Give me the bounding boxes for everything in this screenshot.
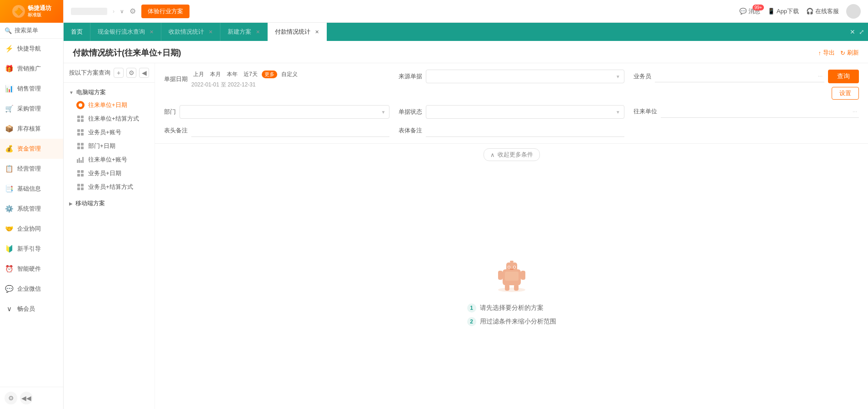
scheme-item-staff-settle-icon: [76, 183, 85, 191]
sidebar-item-wechat[interactable]: 💬 企业微信: [0, 279, 63, 299]
source-select[interactable]: ▼: [426, 70, 624, 83]
tab-bank-flow-close[interactable]: ✕: [150, 29, 154, 35]
add-scheme-icon[interactable]: +: [114, 68, 124, 78]
breadcrumb-chevron[interactable]: ∨: [120, 8, 124, 15]
empty-illustration: [489, 249, 534, 294]
scheme-group-desktop-header[interactable]: ▼ 电脑端方案: [64, 86, 155, 98]
vendor-dots[interactable]: ···: [853, 108, 857, 115]
basic-info-icon: 📑: [5, 184, 14, 193]
download-icon: 📱: [768, 8, 775, 15]
tab-receipt-stats[interactable]: 收款情况统计 ✕: [161, 23, 220, 41]
search-icon: 🔍: [5, 27, 12, 34]
dept-select[interactable]: ▼: [180, 105, 389, 119]
scheme-item-vendor-settle-icon: [76, 115, 85, 123]
tab-receipt-stats-close[interactable]: ✕: [209, 29, 213, 35]
date-this-year[interactable]: 本年: [225, 70, 239, 79]
svg-rect-13: [514, 284, 519, 291]
tab-fullscreen-icon[interactable]: ⤢: [859, 28, 864, 35]
filter-status-field: 单据状态 ▼: [399, 105, 624, 119]
filter-panel: 单据日期 上月 本月 本年 近7天 更多 自定义: [155, 63, 868, 409]
app-download-btn[interactable]: 📱 App下载: [768, 7, 799, 15]
sidebar: 🔶 畅捷通坊 标准版 🔍 搜索菜单 ⚡ 快捷导航 🎁 营销推广 📊 销售管理 🛒…: [0, 0, 64, 409]
collapse-conditions-btn[interactable]: ∧ 收起更多条件: [484, 148, 540, 161]
empty-tips: 1 请先选择要分析的方案 2 用过滤条件来缩小分析范围: [467, 303, 556, 326]
sidebar-item-sales[interactable]: 📊 销售管理: [0, 79, 63, 99]
staff-dots[interactable]: ···: [818, 73, 823, 79]
query-btn[interactable]: 查询: [828, 70, 859, 83]
top-navbar: › ∨ ⚙ 体验行业方案 💬 消息 99+ 📱 App下载 🎧 在线客服: [64, 0, 868, 23]
filter-dept-field: 部门 ▼: [164, 105, 389, 119]
filter-action-buttons: 查询 设置: [828, 70, 859, 100]
scheme-item-staff-account[interactable]: 业务员+账号: [64, 126, 155, 139]
dept-select-arrow: ▼: [381, 110, 385, 115]
scheme-item-vendor-account-icon: [76, 156, 85, 164]
sidebar-item-basic-info[interactable]: 📑 基础信息: [0, 179, 63, 199]
sidebar-item-guide[interactable]: 🔰 新手引导: [0, 239, 63, 259]
date-last-month[interactable]: 上月: [191, 70, 206, 79]
enterprise-icon: 🤝: [5, 224, 14, 233]
refresh-btn[interactable]: ↻ 刷新: [840, 49, 859, 57]
scheme-item-vendor-settle[interactable]: 往来单位+结算方式: [64, 112, 155, 126]
breadcrumb-text: [71, 8, 107, 15]
filter-row-1: 单据日期 上月 本月 本年 近7天 更多 自定义: [164, 70, 859, 100]
tab-home[interactable]: 首页: [64, 23, 90, 41]
messages-btn[interactable]: 💬 消息 99+: [739, 7, 760, 15]
scheme-item-vendor-date[interactable]: 往来单位+日期: [64, 98, 155, 112]
settings-bottom-icon[interactable]: ⚙: [5, 392, 17, 404]
try-industry-btn[interactable]: 体验行业方案: [141, 5, 190, 18]
scheme-item-vendor-account[interactable]: 往来单位+账号: [64, 153, 155, 167]
scheme-settings-icon[interactable]: ⚙: [126, 68, 136, 78]
collapse-sidebar-icon[interactable]: ◀◀: [20, 392, 33, 404]
purchase-icon: 🛒: [5, 104, 14, 113]
page-header-actions: ↑ 导出 ↻ 刷新: [818, 49, 859, 57]
date-7days[interactable]: 近7天: [242, 70, 259, 79]
sidebar-item-finance[interactable]: 💰 资金管理: [0, 139, 63, 159]
status-select[interactable]: ▼: [426, 105, 624, 119]
scheme-item-staff-account-icon: [76, 128, 85, 136]
date-custom[interactable]: 自定义: [279, 70, 299, 79]
tab-close-all-icon[interactable]: ✕: [850, 28, 855, 35]
refresh-icon: ↻: [840, 50, 845, 56]
sidebar-item-marketing[interactable]: 🎁 营销推广: [0, 59, 63, 79]
filter-date-field: 单据日期 上月 本月 本年 近7天 更多 自定义: [164, 70, 389, 89]
tab-new-scheme-close[interactable]: ✕: [256, 29, 260, 35]
scheme-item-dept-date[interactable]: 部门+日期: [64, 139, 155, 153]
desktop-group-arrow: ▼: [69, 90, 74, 95]
date-more-btn[interactable]: 更多: [262, 71, 277, 78]
sidebar-item-inventory[interactable]: 📦 库存核算: [0, 119, 63, 139]
filter-vendor-field: 往来单位 ···: [634, 105, 859, 118]
sidebar-item-member[interactable]: ∨ 畅会员: [0, 299, 63, 319]
scheme-collapse-icon[interactable]: ◀: [139, 68, 149, 78]
scheme-group-mobile-header[interactable]: ▶ 移动端方案: [64, 197, 155, 209]
collapse-arrow-icon: ∧: [490, 151, 495, 158]
user-avatar[interactable]: [846, 4, 861, 19]
page-title: 付款情况统计(往来单位+日期): [73, 47, 181, 58]
tab-payment-stats-close[interactable]: ✕: [315, 29, 319, 35]
tab-new-scheme[interactable]: 新建方案 ✕: [220, 23, 268, 41]
logo-icon: 🔶: [12, 5, 25, 18]
filter-settings-btn[interactable]: 设置: [832, 87, 859, 100]
scheme-item-staff-date[interactable]: 业务员+日期: [64, 167, 155, 180]
sales-icon: 📊: [5, 84, 14, 93]
sidebar-item-enterprise[interactable]: 🤝 企业协同: [0, 219, 63, 239]
hardware-icon: ⏰: [5, 264, 14, 273]
sidebar-search[interactable]: 🔍 搜索菜单: [0, 23, 63, 39]
sidebar-item-purchase[interactable]: 🛒 采购管理: [0, 99, 63, 119]
date-this-month[interactable]: 本月: [208, 70, 223, 79]
source-select-arrow: ▼: [616, 74, 620, 79]
tab-bank-flow[interactable]: 现金银行流水查询 ✕: [90, 23, 161, 41]
sidebar-item-quick-nav[interactable]: ⚡ 快捷导航: [0, 39, 63, 59]
filter-source-field: 来源单据 ▼: [399, 70, 624, 83]
sidebar-item-system[interactable]: ⚙️ 系统管理: [0, 199, 63, 219]
quick-nav-icon: ⚡: [5, 44, 14, 53]
empty-state: 1 请先选择要分析的方案 2 用过滤条件来缩小分析范围: [155, 166, 868, 409]
tab-payment-stats[interactable]: 付款情况统计 ✕: [268, 23, 327, 41]
sidebar-item-operations[interactable]: 📋 经营管理: [0, 159, 63, 179]
scheme-item-staff-settle[interactable]: 业务员+结算方式: [64, 180, 155, 194]
online-service-btn[interactable]: 🎧 在线客服: [806, 7, 839, 15]
svg-rect-2: [505, 272, 519, 281]
filter-staff-control: ···: [655, 70, 824, 82]
sidebar-item-hardware[interactable]: ⏰ 智能硬件: [0, 259, 63, 279]
navbar-settings-icon[interactable]: ⚙: [130, 7, 136, 15]
export-btn[interactable]: ↑ 导出: [818, 49, 835, 57]
